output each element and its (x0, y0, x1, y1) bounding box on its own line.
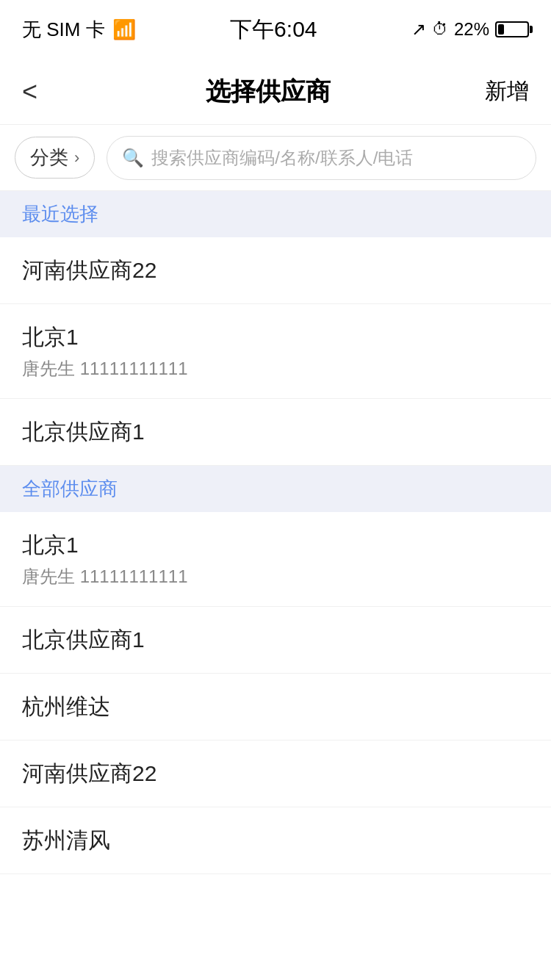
nav-title: 选择供应商 (206, 75, 331, 109)
filter-bar: 分类 › 🔍 搜索供应商编码/名称/联系人/电话 (0, 125, 551, 191)
list-item[interactable]: 北京供应商1 (0, 607, 551, 674)
supplier-name: 北京供应商1 (22, 417, 529, 447)
recent-section-label: 最近选择 (22, 203, 98, 225)
new-supplier-button[interactable]: 新增 (470, 76, 529, 107)
all-items-list: 北京1唐先生 11111111111北京供应商1杭州维达河南供应商22苏州清风 (0, 512, 551, 874)
search-icon: 🔍 (122, 148, 144, 168)
list-item[interactable]: 苏州清风 (0, 807, 551, 874)
all-section-label: 全部供应商 (22, 478, 118, 500)
status-time: 下午6:04 (230, 15, 317, 45)
recent-items-list: 河南供应商22北京1唐先生 11111111111北京供应商1 (0, 237, 551, 466)
back-button[interactable]: < (22, 76, 66, 107)
alarm-icon: ⏱ (432, 20, 448, 39)
category-filter-button[interactable]: 分类 › (15, 137, 95, 179)
recent-section-header: 最近选择 (0, 191, 551, 237)
supplier-name: 河南供应商22 (22, 758, 529, 789)
supplier-name: 苏州清风 (22, 825, 529, 856)
supplier-name: 河南供应商22 (22, 255, 529, 286)
list-item[interactable]: 河南供应商22 (0, 741, 551, 807)
status-bar: 无 SIM 卡 📶 下午6:04 ↗ ⏱ 22% (0, 0, 551, 59)
search-placeholder: 搜索供应商编码/名称/联系人/电话 (151, 146, 413, 170)
list-item[interactable]: 北京1唐先生 11111111111 (0, 512, 551, 607)
status-indicators: ↗ ⏱ 22% (411, 19, 529, 40)
status-carrier: 无 SIM 卡 📶 (22, 17, 136, 43)
all-section-header: 全部供应商 (0, 466, 551, 512)
carrier-text: 无 SIM 卡 (22, 17, 105, 43)
supplier-contact: 唐先生 11111111111 (22, 357, 529, 381)
supplier-name: 北京1 (22, 530, 529, 561)
supplier-name: 北京1 (22, 322, 529, 353)
list-item[interactable]: 河南供应商22 (0, 237, 551, 304)
supplier-name: 北京供应商1 (22, 624, 529, 655)
search-input-container[interactable]: 🔍 搜索供应商编码/名称/联系人/电话 (107, 136, 536, 180)
list-item[interactable]: 北京供应商1 (0, 399, 551, 466)
supplier-name: 杭州维达 (22, 691, 529, 722)
location-icon: ↗ (411, 19, 426, 40)
chevron-right-icon: › (74, 148, 79, 167)
list-item[interactable]: 杭州维达 (0, 674, 551, 741)
supplier-contact: 唐先生 11111111111 (22, 565, 529, 588)
battery-percent: 22% (454, 19, 489, 40)
category-label: 分类 (30, 145, 68, 170)
battery-icon (495, 21, 529, 37)
list-item[interactable]: 北京1唐先生 11111111111 (0, 304, 551, 399)
wifi-icon: 📶 (112, 18, 136, 41)
nav-bar: < 选择供应商 新增 (0, 59, 551, 125)
